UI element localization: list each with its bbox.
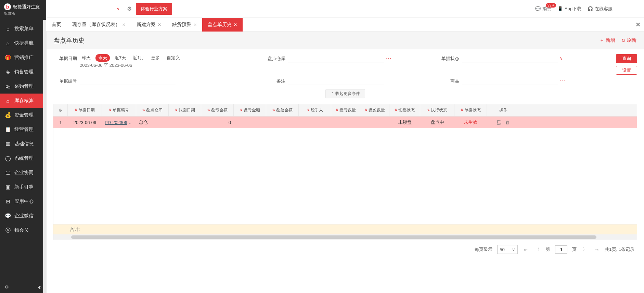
th-gainqty[interactable]: ⇅盘盈数量 (360, 104, 389, 116)
delete-icon[interactable]: 🗑 (505, 120, 510, 125)
nav-vip[interactable]: Ⓥ畅会员 (0, 223, 46, 237)
view-icon[interactable]: ⿴ (497, 120, 502, 125)
nav-sales[interactable]: ◈销售管理 (0, 65, 46, 79)
close-icon[interactable]: ✕ (158, 22, 161, 27)
close-icon[interactable]: ✕ (234, 22, 237, 27)
chevron-down-icon[interactable]: ∨ (560, 56, 563, 61)
collapse-icon[interactable]: ⬖ (38, 284, 41, 290)
refresh-button[interactable]: ↻刷新 (621, 37, 636, 44)
nav-base[interactable]: ▦基础信息 (0, 137, 46, 151)
nav-guide[interactable]: ▣新手引导 (0, 180, 46, 194)
th-label: 盘亏金额 (211, 107, 228, 113)
remark-input[interactable] (288, 77, 384, 85)
cell-status: 未生效 (454, 119, 487, 125)
warehouse-input[interactable] (288, 54, 384, 62)
th-date[interactable]: ⇅单据日期 (68, 104, 102, 116)
th-gainamt[interactable]: ⇅盘盈金额 (266, 104, 299, 116)
chevron-down-icon: ∨ (117, 7, 120, 11)
page-first-button[interactable]: ⇤ (523, 247, 529, 252)
filter-label-wh: 盘点仓库 (261, 54, 285, 62)
topbar-messages[interactable]: 💬 消息 99 + (535, 6, 551, 12)
product-input[interactable] (462, 77, 558, 85)
page-next-button[interactable]: 〉 (581, 246, 589, 253)
page-number-input[interactable] (555, 245, 567, 254)
per-page-label: 每页显示 (475, 246, 492, 253)
tab-label: 首页 (52, 22, 61, 28)
gear-icon[interactable]: ⚙ (127, 5, 132, 12)
th-lossamt[interactable]: ⇅盘亏金额 (201, 104, 234, 116)
org-select[interactable]: ∨ (51, 3, 123, 14)
chevron-down-icon: ∨ (512, 247, 515, 252)
nav-marketing[interactable]: 🎁营销推广 (0, 50, 46, 65)
table-row[interactable]: 1 2023-06-06 PD-20230606-0 总仓 0 未锁盘 盘点中 … (53, 117, 637, 128)
nav-quick[interactable]: ⌂快捷导航 (0, 36, 46, 50)
nav-label: 快捷导航 (14, 40, 34, 46)
settings-icon[interactable]: ⚙ (5, 284, 9, 290)
chip-yesterday[interactable]: 昨天 (80, 54, 93, 62)
tab-inventory-history[interactable]: 盘点单历史✕ (202, 18, 243, 32)
nav-purchase[interactable]: 🛍采购管理 (0, 79, 46, 94)
th-lock[interactable]: ⇅锁盘状态 (389, 104, 420, 116)
query-button[interactable]: 查询 (616, 54, 637, 63)
chip-today[interactable]: 今天 (95, 54, 110, 62)
tab-stock[interactable]: 现存量（库存状况表）✕ (67, 18, 131, 32)
page-last-button[interactable]: ⇥ (593, 247, 600, 252)
nav-wecom[interactable]: 💬企业微信 (0, 209, 46, 223)
cell-docno-link[interactable]: PD-20230606-0 (102, 120, 136, 125)
horizontal-scrollbar[interactable] (53, 234, 637, 240)
th-wh[interactable]: ⇅盘点仓库 (136, 104, 169, 116)
tabbar-close-icon[interactable]: ✕ (635, 21, 641, 28)
sidebar-resize-handle[interactable] (43, 20, 47, 293)
th-no[interactable]: ⇅单据编号 (102, 104, 136, 116)
nav-label: 畅会员 (14, 227, 29, 233)
action-label: 新增 (606, 37, 615, 44)
status-input[interactable] (462, 54, 558, 62)
close-icon[interactable]: ✕ (122, 22, 126, 27)
th-exec[interactable]: ⇅执行状态 (420, 104, 454, 116)
nav-search[interactable]: ⌕搜索菜单 (0, 22, 46, 36)
tab-home[interactable]: 首页 (46, 18, 67, 32)
collapse-filters-button[interactable]: ⌃收起更多条件 (325, 89, 365, 98)
table-empty-space (53, 128, 637, 224)
add-button[interactable]: ＋新增 (600, 37, 615, 44)
page-size-select[interactable]: 50 ∨ (497, 245, 518, 254)
nav-label: 系统管理 (14, 155, 34, 161)
main: ∨ ⚙ 体验行业方案 💬 消息 99 + 📱 App下载 🎧 在线客服 (46, 0, 644, 293)
page-prev-button[interactable]: 〈 (534, 246, 541, 253)
chip-custom[interactable]: 自定义 (165, 54, 182, 62)
brand-logo-icon: b (4, 3, 11, 10)
ellipsis-icon[interactable]: ··· (560, 78, 566, 83)
filter-label-status: 单据状态 (435, 54, 459, 62)
sort-icon: ⇅ (461, 109, 463, 112)
th-lossqty[interactable]: ⇅盘亏数量 (331, 104, 360, 116)
docno-input[interactable] (80, 77, 176, 85)
topbar-download[interactable]: 📱 App下载 (557, 6, 581, 12)
th-label: 执行状态 (431, 107, 447, 113)
nav-inventory[interactable]: ⌂库存核算 (0, 94, 46, 108)
th-person[interactable]: ⇅经手人 (299, 104, 331, 116)
chip-7d[interactable]: 近7天 (113, 54, 128, 62)
filter-panel: 单据日期 昨天 今天 近7天 近1月 更多 自定义 2023-06-06 至 2… (46, 49, 644, 100)
headset-icon: 🎧 (588, 6, 593, 11)
th-lossamt2[interactable]: ⇅盘亏金额 (234, 104, 266, 116)
tab-newplan[interactable]: 新建方案✕ (131, 18, 167, 32)
nav-appcenter[interactable]: ⊞应用中心 (0, 194, 46, 209)
nav-collab[interactable]: 🖵企业协同 (0, 166, 46, 180)
scrollbar-thumb[interactable] (71, 235, 596, 239)
nav-fund[interactable]: 💰资金管理 (0, 108, 46, 122)
topbar-service[interactable]: 🎧 在线客服 (588, 6, 613, 12)
brand-edition: 标准版 (4, 11, 42, 16)
chip-1m[interactable]: 近1月 (131, 54, 146, 62)
nav-business[interactable]: 📋经营管理 (0, 122, 46, 137)
th-book[interactable]: ⇅账面日期 (169, 104, 201, 116)
tab-shortage[interactable]: 缺货预警✕ (167, 18, 202, 32)
nav-system[interactable]: ◯系统管理 (0, 151, 46, 166)
ellipsis-icon[interactable]: ··· (386, 56, 392, 61)
sidebar: b 畅捷通好生意 标准版 ⌕搜索菜单 ⌂快捷导航 🎁营销推广 ◈销售管理 🛍采购… (0, 0, 46, 293)
settings-button[interactable]: 设置 (616, 66, 637, 75)
column-settings-button[interactable]: ⚙ (53, 104, 68, 116)
th-status[interactable]: ⇅单据状态 (454, 104, 487, 116)
promo-button[interactable]: 体验行业方案 (136, 3, 172, 15)
chip-more[interactable]: 更多 (149, 54, 162, 62)
close-icon[interactable]: ✕ (193, 22, 197, 27)
